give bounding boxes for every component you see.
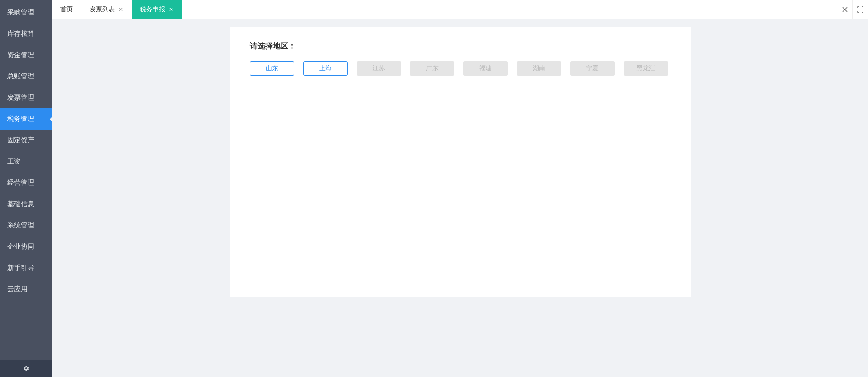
sidebar-item-4[interactable]: 发票管理 — [0, 87, 52, 108]
sidebar-item-12[interactable]: 新手引导 — [0, 257, 52, 279]
sidebar-item-label: 税务管理 — [7, 115, 34, 123]
tab-label: 税务申报 — [140, 5, 165, 14]
sidebar-item-label: 系统管理 — [7, 221, 34, 230]
tab-label: 发票列表 — [90, 5, 115, 14]
fullscreen-button[interactable] — [853, 0, 868, 19]
sidebar-item-label: 采购管理 — [7, 8, 34, 17]
region-button-1[interactable]: 上海 — [303, 61, 348, 76]
tab-2[interactable]: 税务申报✕ — [132, 0, 182, 19]
close-all-tabs-button[interactable] — [837, 0, 853, 19]
sidebar-item-8[interactable]: 经营管理 — [0, 172, 52, 193]
sidebar-item-9[interactable]: 基础信息 — [0, 193, 52, 215]
sidebar-item-0[interactable]: 采购管理 — [0, 2, 52, 23]
sidebar-item-label: 固定资产 — [7, 136, 34, 145]
region-button-4: 福建 — [463, 61, 508, 76]
tab-1[interactable]: 发票列表✕ — [81, 0, 132, 19]
region-button-7: 黑龙江 — [624, 61, 668, 76]
card-title: 请选择地区： — [250, 41, 671, 51]
sidebar-item-10[interactable]: 系统管理 — [0, 215, 52, 236]
sidebar-item-label: 总账管理 — [7, 72, 34, 81]
content-area: 请选择地区： 山东上海江苏广东福建湖南宁夏黑龙江 — [52, 19, 868, 377]
sidebar-item-label: 企业协同 — [7, 242, 34, 251]
tab-close-icon[interactable]: ✕ — [119, 7, 123, 12]
sidebar-item-7[interactable]: 工资 — [0, 151, 52, 172]
sidebar-menu: 采购管理库存核算资金管理总账管理发票管理税务管理固定资产工资经营管理基础信息系统… — [0, 0, 52, 360]
region-button-6: 宁夏 — [570, 61, 615, 76]
tab-0[interactable]: 首页 — [52, 0, 81, 19]
sidebar-item-label: 经营管理 — [7, 179, 34, 187]
sidebar-item-11[interactable]: 企业协同 — [0, 236, 52, 257]
sidebar-item-label: 云应用 — [7, 285, 28, 294]
close-icon — [842, 6, 848, 13]
sidebar-settings-button[interactable] — [0, 360, 52, 377]
tab-close-icon[interactable]: ✕ — [169, 7, 173, 12]
sidebar: 采购管理库存核算资金管理总账管理发票管理税务管理固定资产工资经营管理基础信息系统… — [0, 0, 52, 377]
sidebar-item-6[interactable]: 固定资产 — [0, 130, 52, 151]
region-button-2: 江苏 — [357, 61, 401, 76]
sidebar-item-label: 库存核算 — [7, 29, 34, 38]
sidebar-item-label: 资金管理 — [7, 51, 34, 59]
sidebar-item-label: 基础信息 — [7, 200, 34, 208]
gear-icon — [23, 365, 29, 372]
tab-label: 首页 — [60, 5, 73, 14]
fullscreen-icon — [857, 6, 863, 13]
sidebar-item-label: 新手引导 — [7, 264, 34, 272]
region-card: 请选择地区： 山东上海江苏广东福建湖南宁夏黑龙江 — [230, 27, 691, 297]
sidebar-item-label: 工资 — [7, 157, 21, 166]
region-button-5: 湖南 — [517, 61, 561, 76]
sidebar-item-3[interactable]: 总账管理 — [0, 66, 52, 87]
sidebar-item-2[interactable]: 资金管理 — [0, 44, 52, 66]
region-grid: 山东上海江苏广东福建湖南宁夏黑龙江 — [250, 61, 671, 76]
tabbar-actions — [837, 0, 868, 19]
region-button-0[interactable]: 山东 — [250, 61, 294, 76]
sidebar-item-13[interactable]: 云应用 — [0, 279, 52, 300]
tabbar: 首页发票列表✕税务申报✕ — [52, 0, 868, 19]
main: 首页发票列表✕税务申报✕ 请选择地区： — [52, 0, 868, 377]
sidebar-item-1[interactable]: 库存核算 — [0, 23, 52, 44]
region-button-3: 广东 — [410, 61, 454, 76]
sidebar-item-5[interactable]: 税务管理 — [0, 108, 52, 130]
sidebar-item-label: 发票管理 — [7, 93, 34, 102]
